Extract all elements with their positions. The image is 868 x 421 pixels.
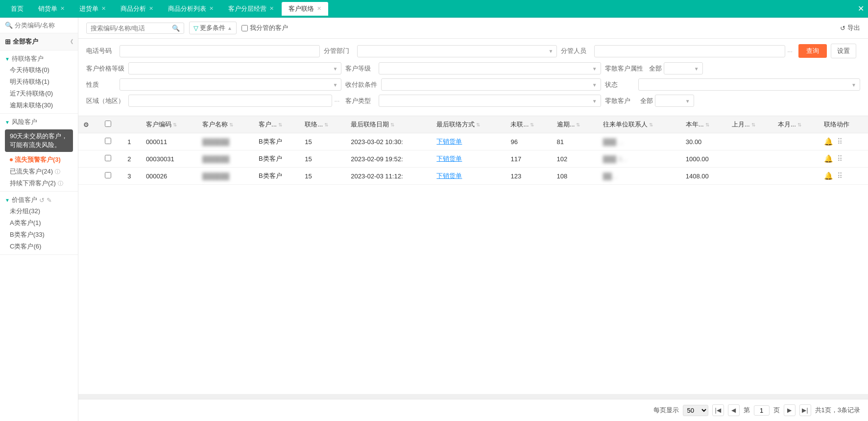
last-contact-date-col-header[interactable]: 最后联络日期⇅ bbox=[346, 116, 432, 133]
export-btn[interactable]: ↺ 导出 bbox=[840, 24, 860, 32]
per-page-select[interactable]: 50 100 200 bbox=[683, 405, 708, 416]
last-contact-method-col-header[interactable]: 最后联络方式⇅ bbox=[432, 116, 506, 133]
ellipsis-icon[interactable]: ··· bbox=[787, 48, 793, 55]
contact-icon[interactable]: 🔔 bbox=[824, 172, 833, 180]
group-risk-title[interactable]: ▼ 风险客户 bbox=[0, 116, 78, 127]
last-month-col-header[interactable]: 上月...⇅ bbox=[727, 116, 773, 133]
filter-manager-input[interactable] bbox=[594, 45, 785, 57]
this-year-col-header[interactable]: 本年...⇅ bbox=[681, 116, 727, 133]
checkbox-cell[interactable] bbox=[100, 168, 122, 185]
all-customers-btn[interactable]: ⊞ 全部客户 《 bbox=[0, 33, 78, 50]
last-contact-date-cell: 2023-02-03 11:12: bbox=[346, 168, 432, 185]
select-all-checkbox[interactable] bbox=[105, 121, 111, 127]
filter-status-select[interactable] bbox=[638, 78, 860, 91]
close-icon[interactable]: ✕ bbox=[269, 5, 274, 12]
filter-customer-grade-select[interactable] bbox=[379, 62, 601, 74]
search-icon[interactable]: 🔍 bbox=[172, 25, 180, 32]
filter-price-grade-select[interactable] bbox=[128, 62, 341, 74]
search-input[interactable] bbox=[91, 25, 170, 32]
contact-col-header[interactable]: 联络...⇅ bbox=[300, 116, 346, 133]
sidebar-search-input[interactable] bbox=[15, 22, 78, 29]
contact-icon[interactable]: 🔔 bbox=[824, 154, 833, 163]
refresh-icon[interactable]: ↺ bbox=[39, 197, 45, 204]
sidebar-item-churned[interactable]: 已流失客户(24) ⓘ bbox=[0, 166, 78, 177]
customer-code-col-header[interactable]: 客户编码⇅ bbox=[141, 116, 197, 133]
more-action-icon[interactable]: ⠿ bbox=[837, 154, 843, 163]
filter-region-input[interactable] bbox=[128, 95, 332, 107]
tab-customer-contact[interactable]: 客户联络 ✕ bbox=[282, 2, 328, 16]
last-contact-method-cell[interactable]: 下销货单 bbox=[432, 133, 506, 150]
contact-method-link[interactable]: 下销货单 bbox=[436, 172, 462, 179]
sidebar-item-churn-warning[interactable]: 流失预警客户(3) bbox=[0, 154, 78, 166]
customer-type-col-header[interactable]: 客户...⇅ bbox=[254, 116, 300, 133]
sidebar-item-a-class[interactable]: A类客户(1) bbox=[0, 217, 78, 229]
close-icon[interactable]: ✕ bbox=[101, 5, 106, 12]
checkbox-col-header[interactable] bbox=[100, 116, 122, 133]
query-button[interactable]: 查询 bbox=[798, 44, 827, 58]
checkbox-cell[interactable] bbox=[100, 150, 122, 168]
group-pending-contact-title[interactable]: ▼ 待联络客户 bbox=[0, 52, 78, 64]
filter-retail-customer-select[interactable] bbox=[655, 95, 694, 107]
collapse-icon[interactable]: 《 bbox=[68, 38, 73, 46]
edit-icon[interactable]: ✎ bbox=[47, 197, 52, 204]
more-filters-btn[interactable]: ▽ 更多条件 ▲ bbox=[189, 22, 237, 34]
more-action-icon[interactable]: ⠿ bbox=[837, 172, 843, 180]
close-icon[interactable]: ✕ bbox=[60, 5, 65, 12]
settings-col-header[interactable]: ⚙ bbox=[78, 116, 100, 133]
sidebar-item-b-class[interactable]: B类客户(33) bbox=[0, 229, 78, 241]
this-month-col-header[interactable]: 本月...⇅ bbox=[773, 116, 819, 133]
filter-nature-select[interactable] bbox=[120, 78, 341, 91]
last-contact-method-cell[interactable]: 下销货单 bbox=[432, 168, 506, 185]
group-value-title[interactable]: ▼ 价值客户 ↺ ✎ bbox=[0, 194, 78, 205]
prev-page-btn[interactable]: ◀ bbox=[728, 404, 740, 416]
tab-label: 商品分析 bbox=[121, 4, 146, 13]
last-contact-method-cell[interactable]: 下销货单 bbox=[432, 150, 506, 168]
next-page-btn[interactable]: ▶ bbox=[784, 404, 796, 416]
customer-name-col-header[interactable]: 客户名称⇅ bbox=[197, 116, 254, 133]
overdue-col-header[interactable]: 逾期...⇅ bbox=[552, 116, 598, 133]
contact-icon[interactable]: 🔔 bbox=[824, 137, 833, 146]
sidebar-item-tomorrow-contact[interactable]: 明天待联络(1) bbox=[0, 76, 78, 88]
item-label: A类客户(1) bbox=[10, 219, 41, 227]
close-icon[interactable]: ✕ bbox=[317, 5, 321, 12]
tab-product-analysis[interactable]: 商品分析 ✕ bbox=[114, 2, 160, 16]
filter-payment-select[interactable] bbox=[381, 78, 601, 91]
row-checkbox[interactable] bbox=[105, 155, 111, 161]
sidebar-item-ungrouped[interactable]: 未分组(32) bbox=[0, 205, 78, 217]
tab-product-analysis-list[interactable]: 商品分析列表 ✕ bbox=[161, 2, 220, 16]
contact-method-link[interactable]: 下销货单 bbox=[436, 155, 462, 162]
close-icon[interactable]: ✕ bbox=[209, 5, 214, 12]
settings-icon[interactable]: ⚙ bbox=[83, 121, 89, 128]
checkbox-cell[interactable] bbox=[100, 133, 122, 150]
page-input[interactable] bbox=[754, 405, 770, 416]
sidebar-item-declining[interactable]: 持续下滑客户(2) ⓘ bbox=[0, 177, 78, 189]
row-checkbox[interactable] bbox=[105, 172, 111, 178]
tab-homepage[interactable]: 首页 bbox=[4, 2, 30, 16]
close-all-icon[interactable]: ✕ bbox=[858, 4, 864, 13]
filter-retail-attr-select[interactable] bbox=[664, 62, 703, 74]
horizontal-scrollbar[interactable] bbox=[78, 394, 868, 399]
my-customers-checkbox-label[interactable]: 我分管的客户 bbox=[241, 24, 288, 32]
row-checkbox[interactable] bbox=[105, 138, 111, 144]
sidebar-item-c-class[interactable]: C类客户(6) bbox=[0, 241, 78, 252]
filter-phone-input[interactable] bbox=[120, 45, 320, 57]
unit-contact-col-header[interactable]: 往来单位联系人⇅ bbox=[598, 116, 681, 133]
filter-customer-type-select[interactable] bbox=[379, 95, 601, 107]
contact-method-link[interactable]: 下销货单 bbox=[436, 138, 462, 145]
sidebar-item-week-contact[interactable]: 近7天待联络(0) bbox=[0, 88, 78, 99]
sidebar-item-overdue-contact[interactable]: 逾期未联络(30) bbox=[0, 99, 78, 111]
last-page-btn[interactable]: ▶| bbox=[799, 404, 811, 416]
tab-purchase-order[interactable]: 进货单 ✕ bbox=[72, 2, 113, 16]
ellipsis-icon[interactable]: ··· bbox=[334, 97, 339, 104]
filter-dept-select[interactable] bbox=[357, 45, 557, 57]
sidebar-item-today-contact[interactable]: 今天待联络(0) bbox=[0, 64, 78, 76]
my-customers-checkbox[interactable] bbox=[241, 25, 248, 31]
close-icon[interactable]: ✕ bbox=[149, 5, 153, 12]
first-page-btn[interactable]: |◀ bbox=[712, 404, 724, 416]
uncontacted-col-header[interactable]: 未联...⇅ bbox=[506, 116, 552, 133]
settings-button[interactable]: 设置 bbox=[831, 44, 856, 58]
more-action-icon[interactable]: ⠿ bbox=[837, 137, 843, 146]
filter-manager: 分管人员 ··· bbox=[561, 45, 795, 57]
tab-sales-order[interactable]: 销货单 ✕ bbox=[31, 2, 72, 16]
tab-customer-segmentation[interactable]: 客户分层经营 ✕ bbox=[221, 2, 281, 16]
